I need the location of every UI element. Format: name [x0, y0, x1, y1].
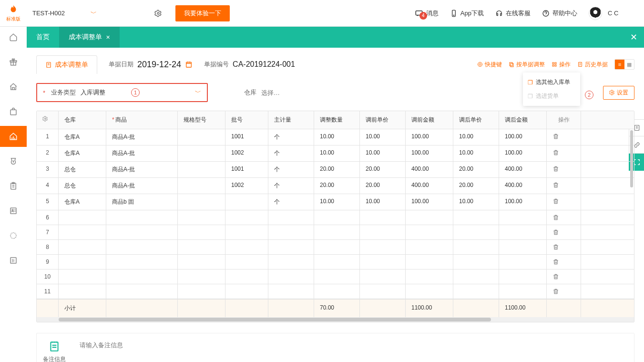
rail-sync[interactable]: [0, 225, 27, 246]
table-row[interactable]: 11: [37, 284, 634, 299]
svg-point-27: [612, 92, 613, 93]
rail-home[interactable]: [0, 27, 27, 48]
rail-home2[interactable]: [0, 76, 27, 97]
svg-rect-20: [510, 62, 512, 66]
delete-row-button[interactable]: [547, 284, 581, 299]
calendar-icon[interactable]: [185, 61, 193, 68]
table-row[interactable]: 6: [37, 210, 634, 225]
biz-type-selector[interactable]: * 业务类型 入库调整 1 ﹀: [36, 83, 208, 102]
doc-type-tab[interactable]: 成本调整单: [36, 55, 97, 74]
doc-date: 单据日期 2019-12-24: [105, 60, 193, 70]
gear-icon: [154, 10, 162, 17]
delete-row-button[interactable]: [547, 162, 581, 177]
action-shortcut[interactable]: 快捷键: [477, 61, 502, 69]
table-wrap: 仓库 *商品 规格型号 批号 主计量 调整数量 调前单价 调前金额 调后单价 调…: [27, 111, 644, 322]
header-gear[interactable]: [37, 111, 59, 129]
delete-row-button[interactable]: [547, 145, 581, 161]
view-toggle[interactable]: ≡ ▦: [614, 59, 634, 70]
delete-row-button[interactable]: [547, 178, 581, 194]
delete-row-button[interactable]: [547, 194, 581, 210]
doc-date-value[interactable]: 2019-12-24: [137, 60, 181, 70]
warehouse-input[interactable]: [260, 89, 356, 97]
svg-point-28: [45, 118, 46, 120]
rail-chart[interactable]: [0, 126, 27, 147]
view-list-icon[interactable]: ≡: [615, 60, 624, 69]
col-pre-amount: 调前金额: [406, 111, 453, 129]
help-center-link[interactable]: 帮助中心: [536, 9, 583, 18]
col-product: *商品: [106, 111, 178, 129]
popup-purchase-bill: ❐ 选进货单: [523, 89, 580, 103]
trial-button[interactable]: 我要体验一下: [175, 5, 230, 21]
svg-point-3: [453, 15, 454, 15]
tabs-close-all[interactable]: ✕: [623, 27, 644, 48]
rail-gift[interactable]: [0, 52, 27, 72]
popup-other-stockin[interactable]: ❐ 选其他入库单: [523, 75, 580, 89]
left-rail: 新: [0, 27, 27, 362]
table-row[interactable]: 5仓库A商品b 固个10.0010.00100.0010.00100.00: [37, 194, 634, 210]
vertical-scrollbar[interactable]: [630, 130, 633, 187]
rail-money[interactable]: [0, 151, 27, 172]
table-row[interactable]: 8: [37, 240, 634, 255]
phone-icon: [450, 10, 458, 17]
online-service-link[interactable]: 在线客服: [490, 9, 536, 18]
view-grid-icon[interactable]: ▦: [624, 60, 634, 69]
remark-block: 备注信息: [36, 333, 634, 362]
rail-bag[interactable]: [0, 101, 27, 122]
doc-code-value: CA-20191224-001: [233, 60, 295, 69]
doc-actions: 快捷键 按单据调整 操作 历史单据 ≡ ▦: [477, 59, 634, 70]
table-row[interactable]: 2仓库A商品A-批1002个10.0010.00100.0010.00100.0…: [37, 145, 634, 162]
table-row[interactable]: 1仓库A商品A-批1001个10.0010.00100.0010.00100.0…: [37, 129, 634, 145]
brand-logo: 标准版: [0, 4, 27, 22]
column-setting-button[interactable]: 设置: [603, 86, 634, 100]
col-spec: 规格型号: [178, 111, 225, 129]
delete-row-button[interactable]: [547, 255, 581, 269]
messages-label: 消息: [426, 9, 439, 18]
user-name: C C: [608, 10, 627, 17]
company-selector[interactable]: TEST-H002 ﹀: [27, 5, 151, 22]
delete-row-button[interactable]: [547, 129, 581, 145]
svg-point-4: [543, 10, 549, 16]
svg-rect-29: [51, 342, 58, 351]
user-menu[interactable]: C C: [583, 7, 633, 20]
svg-point-11: [12, 209, 13, 211]
horizontal-scrollbar[interactable]: [37, 317, 634, 322]
delete-row-button[interactable]: [547, 210, 581, 225]
rail-new[interactable]: 新: [0, 250, 27, 271]
table-row[interactable]: 3总仓商品A-批1001个20.0020.00400.0020.00400.00: [37, 162, 634, 178]
svg-rect-21: [511, 63, 513, 67]
tab-current[interactable]: 成本调整单 ✕: [59, 27, 120, 48]
table-row[interactable]: 9: [37, 255, 634, 269]
action-ops[interactable]: 操作: [552, 61, 571, 69]
svg-rect-23: [555, 62, 556, 64]
table-row[interactable]: 10: [37, 269, 634, 284]
warehouse-filter[interactable]: 仓库: [244, 88, 356, 97]
rail-users[interactable]: [0, 200, 27, 221]
col-post-amount: 调后金额: [499, 111, 547, 129]
action-by-bill[interactable]: 按单据调整: [509, 61, 545, 69]
annotation-2: 2: [585, 91, 593, 99]
tab-home[interactable]: 首页: [27, 27, 59, 48]
messages-link[interactable]: 消息 4: [409, 9, 444, 18]
doc-icon: ❐: [528, 79, 533, 86]
remark-input[interactable]: [72, 333, 634, 362]
doc-icon: [45, 62, 52, 68]
gear-icon: [609, 90, 615, 95]
action-history[interactable]: 历史单据: [577, 61, 608, 69]
delete-row-button[interactable]: [547, 269, 581, 284]
app-download-link[interactable]: App下载: [444, 9, 490, 18]
col-qty: 调整数量: [314, 111, 360, 129]
table-row[interactable]: 7: [37, 225, 634, 240]
rail-clipboard[interactable]: [0, 176, 27, 197]
settings-gear[interactable]: [151, 6, 166, 21]
tabs-bar: 首页 成本调整单 ✕ ✕: [27, 27, 644, 48]
chevron-down-icon: ﹀: [91, 9, 145, 18]
close-icon[interactable]: ✕: [106, 34, 110, 41]
avatar: [589, 7, 602, 20]
delete-row-button[interactable]: [547, 240, 581, 254]
table-row[interactable]: 4总仓商品A-批1002个20.0020.00400.0020.00400.00: [37, 178, 634, 194]
delete-row-button[interactable]: [547, 225, 581, 239]
svg-rect-22: [552, 62, 554, 64]
data-grid: 仓库 *商品 规格型号 批号 主计量 调整数量 调前单价 调前金额 调后单价 调…: [36, 111, 634, 322]
svg-text:新: 新: [11, 259, 15, 262]
col-uom: 主计量: [268, 111, 314, 129]
